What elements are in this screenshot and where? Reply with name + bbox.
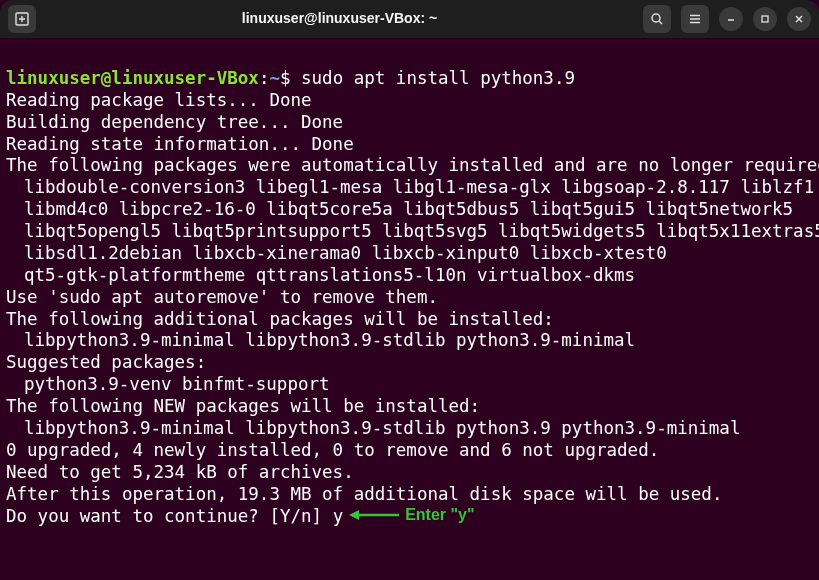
- menu-button[interactable]: [681, 5, 709, 33]
- svg-marker-13: [349, 510, 359, 520]
- titlebar: linuxuser@linuxuser-VBox: ~: [0, 0, 819, 38]
- prompt-colon: :: [259, 68, 270, 88]
- search-button[interactable]: [643, 5, 671, 33]
- output-line: Building dependency tree... Done: [6, 112, 813, 134]
- minimize-button[interactable]: [719, 7, 743, 31]
- new-tab-button[interactable]: [8, 5, 36, 33]
- output-line: Suggested packages:: [6, 352, 813, 374]
- output-line: libpython3.9-minimal libpython3.9-stdlib…: [6, 418, 813, 440]
- output-line: qt5-gtk-platformtheme qttranslations5-l1…: [6, 265, 813, 287]
- user-input: y: [333, 506, 344, 526]
- output-line: 0 upgraded, 4 newly installed, 0 to remo…: [6, 440, 813, 462]
- output-line: The following NEW packages will be insta…: [6, 396, 813, 418]
- terminal-body[interactable]: linuxuser@linuxuser-VBox:~$ sudo apt ins…: [0, 38, 819, 536]
- output-line: After this operation, 19.3 MB of additio…: [6, 484, 813, 506]
- prompt-dollar: $: [280, 68, 301, 88]
- output-line: The following additional packages will b…: [6, 309, 813, 331]
- arrow-left-icon: [349, 508, 399, 522]
- output-line: libmd4c0 libpcre2-16-0 libqt5core5a libq…: [6, 199, 813, 221]
- output-line: Reading package lists... Done: [6, 90, 813, 112]
- output-line: libpython3.9-minimal libpython3.9-stdlib…: [6, 330, 813, 352]
- svg-rect-9: [762, 16, 768, 22]
- output-line: Need to get 5,234 kB of archives.: [6, 462, 813, 484]
- output-line: libqt5opengl5 libqt5printsupport5 libqt5…: [6, 221, 813, 243]
- continue-question: Do you want to continue? [Y/n]: [6, 506, 333, 526]
- continue-prompt: Do you want to continue? [Y/n] yEnter "y…: [6, 506, 475, 526]
- close-button[interactable]: [787, 7, 811, 31]
- window-title: linuxuser@linuxuser-VBox: ~: [42, 10, 637, 28]
- prompt-userhost: linuxuser@linuxuser-VBox: [6, 68, 259, 88]
- maximize-button[interactable]: [753, 7, 777, 31]
- command-text: sudo apt install python3.9: [301, 68, 575, 88]
- output-line: libdouble-conversion3 libegl1-mesa libgl…: [6, 177, 813, 199]
- output-line: The following packages were automaticall…: [6, 155, 813, 177]
- output-line: python3.9-venv binfmt-support: [6, 374, 813, 396]
- annotation-callout: Enter "y": [349, 505, 474, 525]
- output-line: libsdl1.2debian libxcb-xinerama0 libxcb-…: [6, 243, 813, 265]
- annotation-text: Enter "y": [405, 505, 474, 525]
- output-line: Reading state information... Done: [6, 134, 813, 156]
- output-line: Use 'sudo apt autoremove' to remove them…: [6, 287, 813, 309]
- prompt-line: linuxuser@linuxuser-VBox:~$ sudo apt ins…: [6, 68, 575, 88]
- svg-line-4: [659, 21, 662, 24]
- prompt-path: ~: [269, 68, 280, 88]
- svg-point-3: [652, 14, 660, 22]
